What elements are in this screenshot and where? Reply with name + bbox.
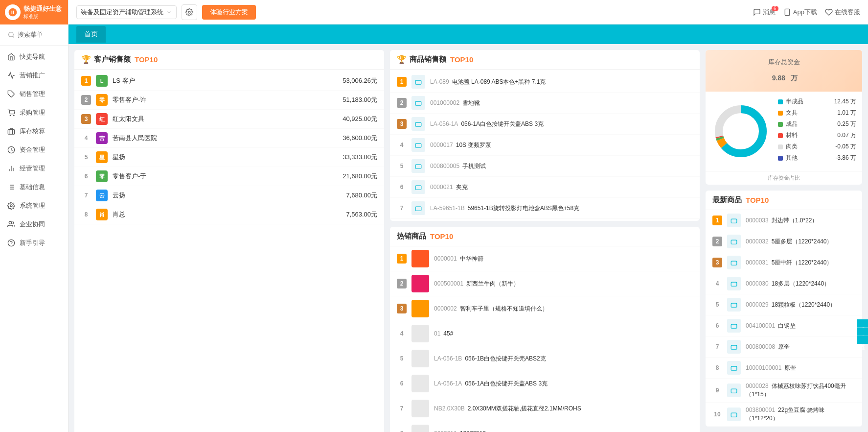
legend-dot xyxy=(778,122,783,127)
message-button[interactable]: 消息 6 xyxy=(753,8,776,17)
sidebar-item-quick-nav[interactable]: 快捷导航 xyxy=(0,48,68,66)
new-products-card: 最新商品 TOP10 1 0000033封边带（1.0*22） 2 000003… xyxy=(706,191,862,427)
team-icon xyxy=(7,220,16,229)
gear-icon xyxy=(7,201,16,210)
customer-rank-list: 1 L LS 客户 53,006.26元 2 零 零售客户-许 51,183.0… xyxy=(74,70,384,226)
customer-name: 星扬 xyxy=(113,153,338,162)
hot-products-list: 1 0000001中华神箭 2 000500001新西兰牛肉（新牛） 3 000… xyxy=(390,246,700,432)
product-info: 0000021夹克 xyxy=(430,183,693,192)
new-product-thumb xyxy=(727,361,741,375)
product-rank-item: 5 000800005手机测试 xyxy=(390,156,700,177)
sidebar-item-basic[interactable]: 基础信息 xyxy=(0,178,68,196)
sidebar-item-marketing[interactable]: 营销推广 xyxy=(0,66,68,85)
new-product-info: 10000100001原奎 xyxy=(746,364,796,372)
rank-number: 6 xyxy=(397,379,407,388)
sidebar-label: 资金管理 xyxy=(20,145,45,154)
online-service-button[interactable]: 在线客服 xyxy=(825,8,860,17)
customer-value: 7,563.00元 xyxy=(346,210,377,219)
product-thumbnail xyxy=(411,250,429,267)
float-btn-community[interactable]: 服务社区 xyxy=(857,328,868,336)
legend-item: 半成品 12.45 万 xyxy=(778,97,856,106)
hot-product-item: 8 000001112070519-xs xyxy=(390,421,700,432)
sidebar-search-area[interactable]: 搜索菜单 xyxy=(0,24,68,46)
new-product-thumb xyxy=(727,256,741,269)
right-column: 库存总资金 9.88 万 xyxy=(706,50,862,432)
product-rank-item: 7 LA-59651-1B59651-1B旋转投影灯电池盒ABS黑色+58克 xyxy=(390,198,700,219)
hot-product-item: 6 LA-056-1A056-1A白色按键开关盖ABS 3克 xyxy=(390,371,700,396)
rank-number: 7 xyxy=(397,203,407,213)
rank-number: 7 xyxy=(397,404,407,413)
svg-rect-21 xyxy=(785,9,789,15)
new-product-thumb xyxy=(727,277,741,290)
product-thumbnail-placeholder xyxy=(411,375,429,392)
legend-label: 文具 xyxy=(778,109,837,117)
hot-products-title: 热销商品 TOP10 xyxy=(397,232,453,241)
svg-rect-42 xyxy=(731,345,737,349)
sidebar-item-purchase[interactable]: 采购管理 xyxy=(0,103,68,122)
sidebar-item-operations[interactable]: 经营管理 xyxy=(0,159,68,178)
product-rank-item: 1 LA-089电池盖 LA-089 ABS本色+黑种 7.1克 xyxy=(390,72,700,93)
rank-number: 4 xyxy=(397,329,407,338)
inventory-legend: 半成品 12.45 万 文具 1.01 万 成品 0.25 万 材料 0.07 … xyxy=(778,97,856,165)
new-product-thumb xyxy=(727,408,741,421)
svg-point-16 xyxy=(10,205,12,207)
svg-point-20 xyxy=(188,11,190,13)
inventory-footer: 库存资金占比 xyxy=(706,171,862,185)
customer-value: 36,600.00元 xyxy=(343,134,377,143)
customer-avatar: 红 xyxy=(96,113,108,125)
rank-number: 1 xyxy=(397,254,407,264)
sidebar-label: 销售管理 xyxy=(20,90,45,98)
rank-number: 3 xyxy=(81,114,91,124)
sidebar-item-cooperation[interactable]: 企业协同 xyxy=(0,215,68,234)
product-thumb xyxy=(411,180,425,194)
new-product-info: 0000033封边带（1.0*22） xyxy=(746,216,818,225)
settings-button[interactable] xyxy=(182,4,197,20)
brand-name: 畅捷通好生意 xyxy=(23,5,62,13)
list-icon xyxy=(7,183,16,192)
money-icon xyxy=(7,145,16,154)
megaphone-icon xyxy=(7,71,16,80)
new-products-header: 最新商品 TOP10 xyxy=(706,191,862,210)
hot-product-item: 1 0000001中华神箭 xyxy=(390,246,700,271)
app-download-button[interactable]: App下载 xyxy=(783,8,817,17)
sidebar-label: 基础信息 xyxy=(20,183,45,192)
float-btn-live[interactable]: 直播 xyxy=(857,336,868,344)
rank-number: 7 xyxy=(81,191,91,200)
trial-button[interactable]: 体验行业方案 xyxy=(202,5,256,20)
search-menu-button[interactable]: 搜索菜单 xyxy=(5,28,63,41)
customer-value: 53,006.26元 xyxy=(343,76,377,85)
chart-icon xyxy=(7,164,16,173)
product-info: NB2.0X30B2.0X30MM双搓花轴,搓花直径2.1MM/ROHS xyxy=(434,405,581,413)
customer-ranking-card: 🏆 客户销售额TOP10 1 L LS 客户 53,006.26元 2 零 零售… xyxy=(74,50,384,432)
legend-item: 成品 0.25 万 xyxy=(778,120,856,128)
product-info: LA-089电池盖 LA-089 ABS本色+黑种 7.1克 xyxy=(430,78,693,86)
legend-dot xyxy=(778,99,783,104)
sidebar-nav: 快捷导航 营销推广 销售管理 xyxy=(0,46,68,432)
main-area: 装备及固定资产辅助管理系统 体验行业方案 消息 6 xyxy=(69,0,868,432)
rank-number: 2 xyxy=(712,237,722,246)
home-icon xyxy=(7,52,16,61)
sidebar: 畅捷通好生意 标准版 搜索菜单 快捷导航 xyxy=(0,0,69,432)
customer-avatar: 苦 xyxy=(96,132,108,144)
sidebar-item-finance[interactable]: 资金管理 xyxy=(0,141,68,159)
customer-name: 红太阳文具 xyxy=(113,115,338,123)
customer-avatar: L xyxy=(96,75,108,87)
sidebar-item-inventory[interactable]: 库存核算 xyxy=(0,122,68,141)
product-ranking-title: 商品销售额TOP10 xyxy=(410,55,473,64)
home-tab[interactable]: 首页 xyxy=(76,26,106,43)
customer-ranking-title: 客户销售额TOP10 xyxy=(94,55,158,64)
app-download-label: App下载 xyxy=(793,8,817,17)
svg-point-35 xyxy=(727,118,754,145)
new-product-item: 2 00000325厘多层（1220*2440） xyxy=(706,231,862,252)
svg-point-3 xyxy=(10,115,10,116)
system-selector[interactable]: 装备及固定资产辅助管理系统 xyxy=(76,5,177,19)
page-content: 🏆 客户销售额TOP10 1 L LS 客户 53,006.26元 2 零 零售… xyxy=(69,44,868,432)
sidebar-item-sales[interactable]: 销售管理 xyxy=(0,85,68,103)
sidebar-item-system[interactable]: 系统管理 xyxy=(0,196,68,215)
customer-rank-item: 7 云 云扬 7,680.00元 xyxy=(74,186,384,205)
sidebar-item-guide[interactable]: 新手引导 xyxy=(0,234,68,252)
svg-rect-44 xyxy=(731,389,737,393)
logo-icon xyxy=(5,4,21,20)
float-btn-hotline[interactable]: 客服热线 xyxy=(857,319,868,328)
product-thumbnail xyxy=(411,275,429,292)
